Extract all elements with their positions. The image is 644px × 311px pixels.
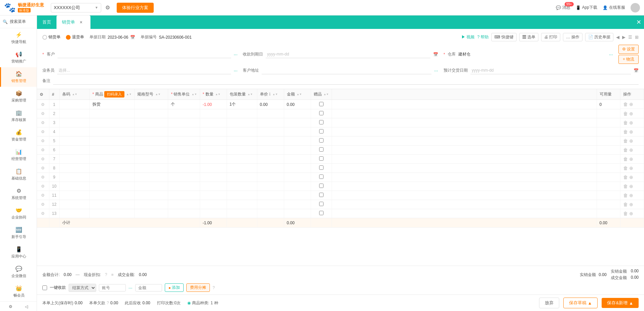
owe-question-icon[interactable]: ? <box>107 301 109 305</box>
row-gear[interactable]: ⚙ <box>37 164 49 173</box>
row-copy-button[interactable]: ⊕ <box>629 138 633 144</box>
th-spec[interactable]: 规格型号 ▲▼ <box>135 89 168 100</box>
salesperson-dots-button[interactable]: ··· <box>234 68 238 73</box>
sidebar-item-guide[interactable]: 🆕 新手引导 <box>0 223 37 243</box>
row-amount[interactable] <box>284 191 311 200</box>
row-price[interactable] <box>257 155 284 164</box>
row-copy-button[interactable]: ⊕ <box>629 111 633 116</box>
row-spec[interactable] <box>135 100 168 109</box>
sidebar-item-wechat[interactable]: 💬 企业微信 <box>0 262 37 282</box>
row-amount[interactable] <box>284 146 311 155</box>
nav-prev-button[interactable]: ◀ <box>616 35 619 40</box>
row-unit[interactable] <box>168 209 200 218</box>
row-gift[interactable] <box>311 200 332 209</box>
row-qty[interactable] <box>200 200 227 209</box>
calendar-icon[interactable]: 📅 <box>130 35 135 40</box>
grid-view-button[interactable]: ⊞ <box>635 35 639 40</box>
row-gift[interactable] <box>311 182 332 191</box>
row-spec[interactable] <box>135 182 168 191</box>
row-gear[interactable]: ⚙ <box>37 118 49 127</box>
sidebar-item-member[interactable]: 👑 畅会员 <box>0 282 37 301</box>
row-barcode[interactable] <box>59 173 89 182</box>
row-barcode[interactable] <box>59 100 89 109</box>
row-delete-button[interactable]: 🗑 <box>623 129 628 134</box>
gift-checkbox[interactable] <box>319 193 324 197</box>
row-gift[interactable] <box>311 191 332 200</box>
warehouse-dots-button[interactable]: ··· <box>609 52 613 57</box>
tab-home[interactable]: 首页 <box>37 15 56 29</box>
row-remark[interactable] <box>332 200 597 209</box>
row-delete-button[interactable]: 🗑 <box>623 184 628 189</box>
row-copy-button[interactable]: ⊕ <box>629 120 633 125</box>
gift-checkbox[interactable] <box>319 102 324 106</box>
row-remark[interactable] <box>332 146 597 155</box>
list-view-button[interactable]: ☰ <box>628 35 632 40</box>
sidebar-item-enterprise[interactable]: 🤝 企业协同 <box>0 204 37 223</box>
row-price[interactable] <box>257 118 284 127</box>
row-barcode[interactable] <box>59 137 89 146</box>
row-gear[interactable]: ⚙ <box>37 137 49 146</box>
row-gear[interactable]: ⚙ <box>37 200 49 209</box>
row-spec[interactable] <box>135 155 168 164</box>
row-price[interactable] <box>257 182 284 191</box>
row-qty[interactable] <box>200 209 227 218</box>
scan-btn[interactable]: 扫码录入 <box>104 91 124 98</box>
row-qty[interactable] <box>200 127 227 137</box>
app-download-button[interactable]: 📱 App下载 <box>576 5 597 10</box>
customer-dots-button[interactable]: ··· <box>234 52 238 57</box>
help-link[interactable]: ? 帮助 <box>477 34 489 40</box>
company-selector[interactable]: XXXXXX公司 ▼ <box>51 3 101 12</box>
sidebar-collapse-icon[interactable]: ◁ <box>25 304 28 309</box>
print-button[interactable]: 🖨 打印 <box>541 33 560 41</box>
row-gift[interactable] <box>311 109 332 118</box>
row-unit[interactable] <box>168 127 200 137</box>
row-gift[interactable] <box>311 155 332 164</box>
row-unit[interactable] <box>168 182 200 191</box>
row-delete-button[interactable]: 🗑 <box>623 165 628 171</box>
row-remark[interactable] <box>332 127 597 137</box>
row-barcode[interactable] <box>59 164 89 173</box>
close-window-button[interactable]: ✕ <box>636 18 641 26</box>
row-delete-button[interactable]: 🗑 <box>623 156 628 162</box>
row-product[interactable] <box>89 146 135 155</box>
row-remark[interactable] <box>332 182 597 191</box>
row-copy-button[interactable]: ⊕ <box>629 184 633 189</box>
row-gift[interactable] <box>311 164 332 173</box>
row-gear[interactable]: ⚙ <box>37 173 49 182</box>
gift-checkbox[interactable] <box>319 165 324 170</box>
sidebar-item-marketing[interactable]: 📢 营销推广 <box>0 48 37 67</box>
th-gear[interactable]: ⚙ <box>37 89 49 100</box>
row-qty[interactable] <box>200 137 227 146</box>
row-product[interactable] <box>89 200 135 209</box>
nav-next-button[interactable]: ▶ <box>622 35 626 40</box>
row-product[interactable] <box>89 173 135 182</box>
online-service-button[interactable]: 👤 在线客服 <box>603 5 625 10</box>
th-unit[interactable]: * 销售单位 ▲▼ <box>168 89 200 100</box>
shortcut-button[interactable]: ⌨ 快捷键 <box>491 33 516 41</box>
row-unit[interactable] <box>168 137 200 146</box>
row-gear[interactable]: ⚙ <box>37 109 49 118</box>
row-copy-button[interactable]: ⊕ <box>629 165 633 171</box>
row-price[interactable] <box>257 127 284 137</box>
gift-checkbox[interactable] <box>319 129 324 133</box>
row-delete-button[interactable]: 🗑 <box>623 102 628 107</box>
row-gear[interactable]: ⚙ <box>37 155 49 164</box>
sidebar-settings-icon[interactable]: ⚙ <box>9 304 12 309</box>
row-price[interactable] <box>257 146 284 155</box>
sidebar-item-quick-nav[interactable]: ⚡ 快捷导航 <box>0 28 37 48</box>
row-copy-button[interactable]: ⊕ <box>629 174 633 180</box>
row-remark[interactable] <box>332 118 597 127</box>
row-unit[interactable]: 个 <box>168 100 200 109</box>
row-pkgqty[interactable] <box>227 173 257 182</box>
price-info-icon[interactable]: ℹ <box>269 92 271 96</box>
row-price[interactable] <box>257 209 284 218</box>
row-barcode[interactable] <box>59 118 89 127</box>
row-qty[interactable] <box>200 191 227 200</box>
row-pkgqty[interactable] <box>227 127 257 137</box>
row-remark[interactable] <box>332 209 597 218</box>
row-gear[interactable]: ⚙ <box>37 146 49 155</box>
avatar[interactable] <box>631 3 640 12</box>
one-click-payment-checkbox[interactable] <box>42 285 47 290</box>
row-delete-button[interactable]: 🗑 <box>623 174 628 180</box>
row-copy-button[interactable]: ⊕ <box>629 211 633 216</box>
